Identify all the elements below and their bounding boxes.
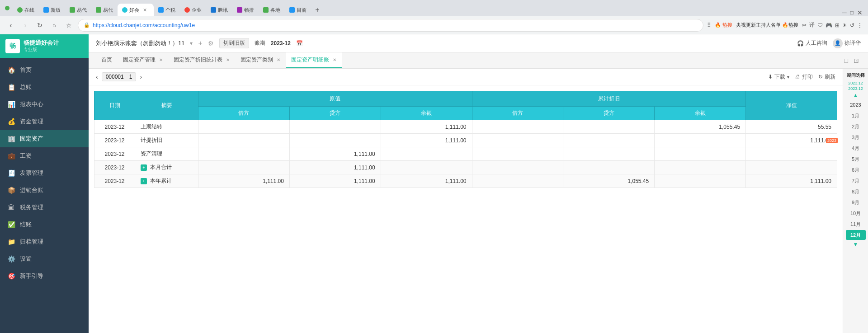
tab-home[interactable]: 首页	[96, 52, 118, 68]
period-label: 账期	[255, 39, 265, 47]
tab-fixed-asset-mgmt[interactable]: 固定资产管理 ✕	[118, 52, 168, 68]
period-item-jan[interactable]: 1月	[846, 111, 866, 121]
bookmark-button[interactable]: ☆	[63, 20, 74, 31]
th-net-value: 净值	[746, 91, 837, 120]
tab-asset-ledger[interactable]: 固定资产明细账 ✕	[286, 52, 342, 68]
tax-icon: 🏛	[7, 203, 15, 211]
sidebar-item-archive[interactable]: 📁 归档管理	[0, 233, 89, 250]
sidebar-item-guide[interactable]: 🎯 新手引导	[0, 267, 89, 285]
browser-tab-yidai1[interactable]: 易代	[65, 4, 91, 16]
new-tab-button[interactable]: +	[311, 4, 324, 16]
shield-icon[interactable]: 🛡	[817, 22, 823, 28]
tab-close-icon[interactable]: ✕	[143, 7, 147, 13]
home-button[interactable]: ⌂	[49, 20, 60, 31]
period-item-nov[interactable]: 11月	[846, 219, 866, 229]
tab-collapse-button[interactable]: □	[843, 57, 850, 64]
download-button[interactable]: ⬇ 下载 ▾	[768, 73, 789, 81]
company-dropdown-icon[interactable]: ▾	[190, 40, 193, 47]
tab-close-mgmt-icon[interactable]: ✕	[159, 57, 163, 62]
table-row-summary: 2023-12 + 本月合计 1,111.00	[94, 161, 837, 174]
sidebar-item-fixed-assets[interactable]: 🏢 固定资产	[0, 130, 89, 147]
period-item-oct[interactable]: 10月	[846, 208, 866, 218]
reports-icon: 📊	[7, 100, 15, 108]
period-selected-top: 2023.12	[847, 80, 864, 86]
sidebar-item-closing[interactable]: ✅ 结账	[0, 216, 89, 233]
refresh-button[interactable]: ↻ 刷新	[818, 73, 835, 81]
close-button[interactable]: ✕	[857, 9, 863, 16]
tab-close-ledger-icon[interactable]: ✕	[333, 57, 336, 62]
period-item-sep[interactable]: 9月	[846, 197, 866, 207]
sidebar-logo: 畅	[5, 39, 20, 53]
period-item-dec[interactable]: 12月	[846, 230, 866, 240]
tab-close-depr-icon[interactable]: ✕	[226, 57, 230, 62]
headphone-icon: 🎧	[797, 40, 804, 47]
tab-close-cat-icon[interactable]: ✕	[277, 57, 280, 62]
period-item-feb[interactable]: 2月	[846, 122, 866, 131]
refresh-icon: ↻	[818, 74, 823, 80]
period-item-year[interactable]: 2023	[846, 100, 866, 110]
browser-tab-gedi[interactable]: 各地	[259, 4, 285, 16]
calendar-icon[interactable]: 📅	[296, 40, 303, 47]
switch-version-button[interactable]: 切到旧版	[219, 38, 249, 48]
browser-tab-yidai2[interactable]: 易代	[91, 4, 118, 16]
period-item-may[interactable]: 5月	[846, 154, 866, 164]
sidebar-item-invoice[interactable]: 🧾 发票管理	[0, 164, 89, 182]
browser-tab-active[interactable]: 好会 ✕	[118, 4, 154, 16]
user-avatar[interactable]: 👤 徐译华	[833, 38, 861, 48]
address-bar[interactable]: 🔒 https://cloud.chanjet.com/accounting/u…	[78, 19, 703, 32]
browser-tab-new[interactable]: 新版	[39, 4, 65, 16]
period-scroll-up[interactable]: ▲	[852, 91, 859, 99]
sidebar-item-funds[interactable]: 💰 资金管理	[0, 113, 89, 130]
archive-icon: 📁	[7, 238, 15, 246]
period-item-mar[interactable]: 3月	[846, 132, 866, 142]
settings-icon[interactable]: ⋮	[857, 22, 863, 28]
browser-tab-mubiao[interactable]: 目前	[285, 4, 311, 16]
browser-tab-online[interactable]: 在线	[13, 4, 39, 16]
funds-icon: 💰	[7, 117, 15, 126]
reload-button[interactable]: ↻	[34, 20, 45, 31]
settings-button[interactable]: ⚙	[208, 40, 214, 47]
page-number-input[interactable]: 000001 1	[102, 72, 137, 81]
ledger-icon: 📋	[7, 83, 15, 91]
grid-icon[interactable]: ⊞	[835, 22, 840, 28]
sidebar-item-ledger[interactable]: 📋 总账	[0, 79, 89, 96]
sidebar-item-tax[interactable]: 🏛 税务管理	[0, 199, 89, 216]
sidebar-item-payroll[interactable]: 💼 工资	[0, 147, 89, 164]
browser-tab-chang[interactable]: 畅排	[232, 4, 259, 16]
period-item-jul[interactable]: 7月	[846, 176, 866, 186]
history-icon[interactable]: ↺	[850, 22, 854, 28]
game-icon[interactable]: 🎮	[826, 22, 832, 28]
consult-button[interactable]: 🎧 人工咨询	[797, 39, 827, 47]
closing-icon: ✅	[7, 220, 15, 229]
scissors-icon[interactable]: ✂	[802, 22, 807, 28]
add-company-button[interactable]: +	[198, 39, 202, 47]
prev-page-button[interactable]: ‹	[96, 73, 98, 80]
translate-icon[interactable]: 译	[809, 21, 815, 29]
sidebar-item-home[interactable]: 🏠 首页	[0, 61, 89, 79]
browser-back-icon	[4, 5, 11, 12]
period-item-aug[interactable]: 8月	[846, 187, 866, 197]
invoice-icon: 🧾	[7, 169, 15, 177]
sun-icon[interactable]: ☀	[842, 22, 847, 28]
browser-tab-tencent[interactable]: 腾讯	[206, 4, 232, 16]
sidebar-item-reports[interactable]: 📊 报表中心	[0, 96, 89, 113]
forward-button[interactable]: ›	[20, 20, 31, 31]
tab-asset-category[interactable]: 固定资产类别 ✕	[235, 52, 286, 68]
period-item-apr[interactable]: 4月	[846, 143, 866, 153]
maximize-button[interactable]: □	[850, 9, 854, 16]
print-button[interactable]: 🖨 打印	[795, 73, 813, 81]
download-dropdown-icon[interactable]: ▾	[787, 75, 789, 80]
sidebar-item-settings[interactable]: ⚙️ 设置	[0, 250, 89, 267]
sidebar-item-inventory[interactable]: 📦 进销台账	[0, 182, 89, 199]
back-button[interactable]: ‹	[5, 20, 16, 31]
minimize-button[interactable]: ─	[842, 9, 847, 16]
browser-menu-button[interactable]: ⠿ 🔥 热搜 央视更新主持人名单 🔥热搜	[707, 22, 798, 28]
browser-tab-enterprise[interactable]: 企业	[180, 4, 206, 16]
settings-gear-icon: ⚙️	[7, 255, 15, 263]
period-scroll-down[interactable]: ▼	[852, 240, 859, 249]
next-page-button[interactable]: ›	[140, 73, 142, 80]
tab-expand-button[interactable]: ⊡	[852, 57, 861, 64]
period-item-jun[interactable]: 6月	[846, 165, 866, 175]
browser-tab-tax[interactable]: 个税	[154, 4, 180, 16]
tab-depreciation-stats[interactable]: 固定资产折旧统计表 ✕	[168, 52, 235, 68]
